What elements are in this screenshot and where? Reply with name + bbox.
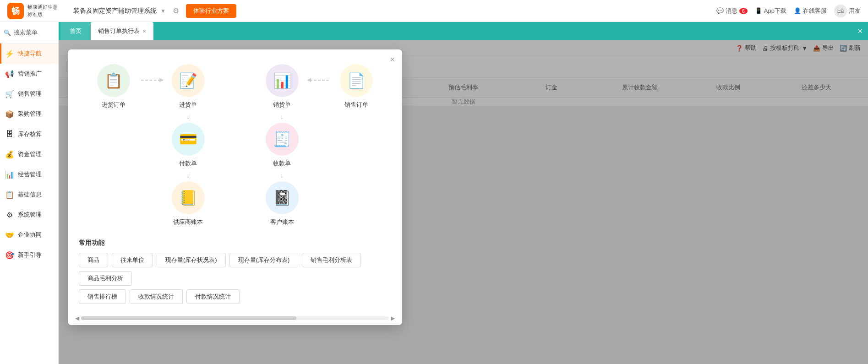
trial-button[interactable]: 体验行业方案 — [186, 4, 236, 18]
online-service-button[interactable]: 👤 在线客服 — [794, 7, 827, 15]
sales-order-label: 销售订单 — [344, 101, 368, 109]
down-arrow-3: ↓ — [186, 172, 190, 179]
purchase-order-icon: 📋 — [97, 64, 130, 97]
func-btn-5[interactable]: 商品毛利分析 — [79, 271, 132, 286]
func-btn-2[interactable]: 现存量(库存状况表) — [157, 253, 226, 267]
modal-close-button[interactable]: × — [390, 55, 395, 65]
func-btn-4[interactable]: 销售毛利分析表 — [302, 253, 361, 267]
service-icon: 👤 — [794, 7, 801, 14]
flow-row-2: 💳 付款单 🧾 收款单 — [86, 123, 384, 168]
sidebar-icon-inventory: 🗄 — [5, 130, 14, 139]
spacer-right — [329, 113, 384, 121]
scroll-track[interactable] — [81, 316, 389, 320]
func-btn-6[interactable]: 销售排行榜 — [79, 289, 126, 304]
modal-overlay[interactable]: × 📋 进货订单 — [59, 40, 868, 364]
settings-button[interactable]: ⚙ — [169, 5, 182, 17]
content-main: ❓ 帮助 🖨 按模板打印 ▼ 📤 导出 🔄 — [59, 40, 868, 364]
main-area: 🔍 搜索菜单 ⚡ 快捷导航 📢 营销推广 🛒 销售管理 📦 采购管理 🗄 库存核… — [0, 22, 868, 364]
arrow-down-purchase: ↓ — [161, 113, 216, 121]
scroll-left-button[interactable]: ◀ — [75, 315, 79, 321]
sidebar-label-operation: 经营管理 — [18, 170, 42, 179]
receipt-label: 收款单 — [273, 159, 291, 168]
online-service-label: 在线客服 — [803, 7, 827, 15]
search-label: 搜索菜单 — [14, 28, 38, 37]
purchase-order-label: 进货订单 — [102, 101, 126, 109]
sidebar-icon-newbie: 🎯 — [5, 250, 14, 260]
sidebar-item-marketing[interactable]: 📢 营销推广 — [0, 64, 58, 84]
scroll-right-button[interactable]: ▶ — [391, 315, 395, 321]
sidebar-icon-system: ⚙ — [5, 210, 14, 219]
flow-node-receipt[interactable]: 🧾 收款单 — [255, 123, 310, 168]
search-menu-button[interactable]: 🔍 搜索菜单 — [4, 27, 55, 38]
sidebar-icon-enterprise: 🤝 — [5, 230, 14, 239]
flow-node-customer-ledger[interactable]: 📓 客户账本 — [255, 181, 310, 226]
supplier-ledger-label: 供应商账本 — [173, 218, 203, 226]
spacer-mid2 — [216, 113, 255, 121]
sidebar-icon-marketing: 📢 — [5, 69, 14, 78]
sidebar-icon-quick-nav: ⚡ — [5, 49, 14, 58]
flow-node-purchase-bill[interactable]: 📝 进货单 — [161, 64, 216, 109]
arrow-down-payment: ↓ — [161, 171, 216, 179]
content-area: 首页 销售订单执行表 × × ❓ 帮助 — [59, 22, 868, 364]
arrows-down-row: ↓ ↓ — [86, 113, 384, 121]
sidebar-icon-purchase: 📦 — [5, 109, 14, 119]
flow-node-purchase-order[interactable]: 📋 进货订单 — [86, 64, 141, 109]
logo-text: 畅康通好生意标准版 — [27, 4, 58, 18]
search-icon: 🔍 — [4, 29, 11, 36]
sidebar-icon-finance: 💰 — [5, 150, 14, 159]
sidebar-item-newbie[interactable]: 🎯 新手引导 — [0, 245, 58, 265]
system-dropdown-button[interactable]: ▼ — [160, 8, 166, 14]
sales-order-icon: 📄 — [340, 64, 373, 97]
sidebar-label-basic: 基础信息 — [18, 190, 42, 199]
sidebar-item-inventory[interactable]: 🗄 库存核算 — [0, 124, 58, 144]
func-btn-0[interactable]: 商品 — [79, 253, 108, 267]
sidebar-label-finance: 资金管理 — [18, 150, 42, 158]
flow-row-1: 📋 进货订单 ▶ — [86, 64, 384, 109]
flow-node-supplier-ledger[interactable]: 📒 供应商账本 — [161, 181, 216, 226]
arrow-down-receipt: ↓ — [255, 171, 310, 179]
func-btn-1[interactable]: 往来单位 — [112, 253, 153, 267]
tab-close-button[interactable]: × — [142, 28, 146, 34]
arrow-2: ◀ — [310, 80, 329, 93]
sidebar-icon-basic: 📋 — [5, 190, 14, 199]
common-functions-title: 常用功能 — [79, 239, 391, 247]
sidebar-item-enterprise[interactable]: 🤝 企业协同 — [0, 225, 58, 245]
tab-sales-order[interactable]: 销售订单执行表 × — [91, 22, 153, 40]
tab-bar-close-button[interactable]: × — [857, 27, 863, 36]
user-menu[interactable]: Ea 用友 — [834, 5, 861, 17]
payment-icon: 💳 — [172, 123, 205, 156]
sidebar-item-basic[interactable]: 📋 基础信息 — [0, 185, 58, 205]
sidebar-item-finance[interactable]: 💰 资金管理 — [0, 144, 58, 164]
top-bar-left: 畅 畅康通好生意标准版 装备及固定资产辅助管理系统 ▼ ⚙ 体验行业方案 — [7, 3, 236, 19]
func-buttons-row1: 商品往来单位现存量(库存状况表)现存量(库存分布表)销售毛利分析表商品毛利分析 — [79, 253, 391, 286]
quick-nav-modal: × 📋 进货订单 — [68, 49, 402, 325]
tab-home[interactable]: 首页 — [60, 22, 91, 40]
func-btn-7[interactable]: 收款情况统计 — [130, 289, 183, 304]
sales-bill-label: 销货单 — [273, 101, 291, 109]
sidebar-item-purchase[interactable]: 📦 采购管理 — [0, 104, 58, 124]
app-download-button[interactable]: 📱 App下载 — [755, 7, 786, 15]
spacer-m8 — [216, 171, 255, 179]
spacer-mid3 — [310, 113, 329, 121]
func-btn-8[interactable]: 付款情况统计 — [186, 289, 240, 304]
flow-node-sales-order[interactable]: 📄 销售订单 — [329, 64, 384, 109]
top-bar-right: 💬 消息 6 📱 App下载 👤 在线客服 Ea 用友 — [716, 5, 861, 17]
sidebar-item-operation[interactable]: 📊 经营管理 — [0, 164, 58, 185]
sidebar-label-quick-nav: 快捷导航 — [18, 49, 42, 58]
down-arrow-4: ↓ — [280, 172, 284, 179]
sidebar-item-quick-nav[interactable]: ⚡ 快捷导航 — [0, 43, 58, 64]
sidebar-label-marketing: 营销推广 — [18, 70, 42, 78]
sidebar-item-system[interactable]: ⚙ 系统管理 — [0, 205, 58, 225]
message-label: 消息 — [726, 7, 737, 15]
customer-ledger-label: 客户账本 — [270, 218, 294, 226]
flow-node-sales-bill[interactable]: 📊 销货单 — [255, 64, 310, 109]
flow-node-payment[interactable]: 💳 付款单 — [161, 123, 216, 168]
func-btn-3[interactable]: 现存量(库存分布表) — [229, 253, 299, 267]
sidebar-item-sales[interactable]: 🛒 销售管理 — [0, 84, 58, 104]
sidebar-label-sales: 销售管理 — [18, 90, 42, 98]
sidebar-label-purchase: 采购管理 — [18, 110, 42, 118]
system-name: 装备及固定资产辅助管理系统 — [73, 7, 157, 15]
message-button[interactable]: 💬 消息 6 — [716, 7, 748, 15]
app-download-icon: 📱 — [755, 7, 762, 14]
receipt-icon: 🧾 — [266, 123, 299, 156]
